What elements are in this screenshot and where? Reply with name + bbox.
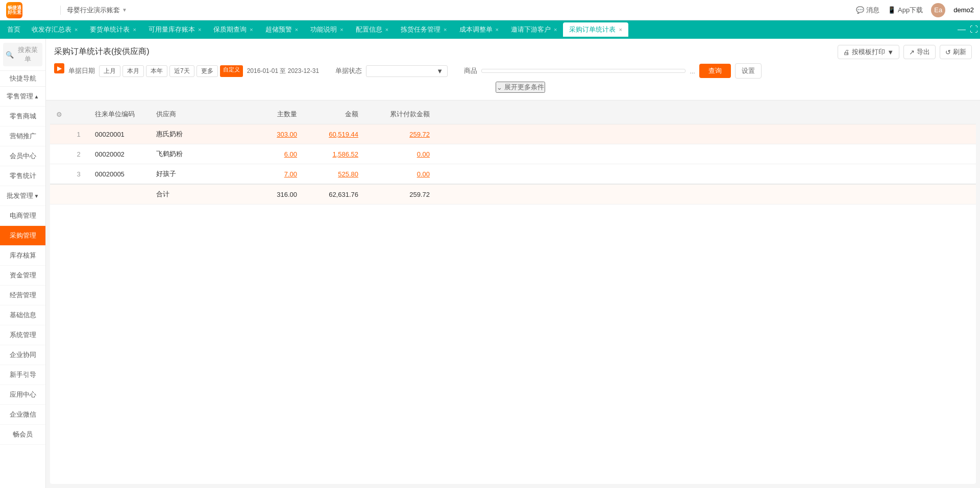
close-icon[interactable]: ×	[340, 27, 343, 33]
page-title: 采购订单统计表(按供应商)	[54, 46, 150, 57]
tab-gongneng[interactable]: 功能说明 ×	[304, 22, 349, 37]
sidebar-item-enterprise-wechat[interactable]: 企业微信	[0, 405, 45, 425]
sidebar-item-ecommerce[interactable]: 电商管理	[0, 206, 45, 226]
sidebar-item-new-guide[interactable]: 新手引导	[0, 365, 45, 385]
close-icon[interactable]: ×	[295, 27, 298, 33]
sidebar-label: 基础信息	[10, 311, 36, 320]
date-btn-this-year[interactable]: 本年	[146, 65, 167, 77]
sidebar-item-retail-mall[interactable]: 零售商城	[0, 107, 45, 126]
row-1-paid[interactable]: 259.72	[364, 124, 436, 144]
sidebar-item-inventory[interactable]: 库存核算	[0, 246, 45, 266]
expand-more-button[interactable]: ⌄ 展开更多条件	[496, 82, 545, 93]
sidebar-item-system[interactable]: 系统管理	[0, 325, 45, 345]
sidebar-item-marketing[interactable]: 营销推广	[0, 126, 45, 146]
sidebar-item-operations[interactable]: 经营管理	[0, 286, 45, 305]
date-btn-last-month[interactable]: 上月	[99, 65, 120, 77]
close-icon[interactable]: ×	[496, 27, 499, 33]
close-icon[interactable]: ×	[133, 27, 136, 33]
sidebar-item-app-center[interactable]: 应用中心	[0, 385, 45, 405]
query-button[interactable]: 查询	[699, 64, 731, 78]
app-download-button[interactable]: 📱 App下载	[888, 6, 923, 15]
tab-yaohuo[interactable]: 要货单统计表 ×	[84, 22, 142, 37]
tab-jianhuo[interactable]: 拣货任务管理 ×	[395, 22, 453, 37]
sidebar-label: 零售统计	[10, 171, 36, 181]
minimize-icon[interactable]: —	[958, 25, 966, 34]
tab-home[interactable]: 首页	[2, 22, 26, 37]
row-2-amount[interactable]: 1,586.52	[303, 144, 364, 164]
print-button[interactable]: 🖨 按模板打印 ▼	[838, 45, 899, 59]
sidebar-label: 畅会员	[13, 430, 33, 439]
tab-yaoqing[interactable]: 邀请下游客户 ×	[505, 22, 563, 37]
sidebar-item-retail-stats[interactable]: 零售统计	[0, 166, 45, 186]
close-icon[interactable]: ×	[554, 27, 557, 33]
tab-keyongliang[interactable]: 可用量库存账本 ×	[142, 22, 207, 37]
export-button[interactable]: ↗ 导出	[903, 45, 936, 59]
page-header-top: 采购订单统计表(按供应商) 🖨 按模板打印 ▼ ↗ 导出 ↺ 刷新	[54, 45, 972, 63]
row-3-amount[interactable]: 525.80	[303, 164, 364, 185]
sidebar-label: 会员中心	[10, 151, 36, 161]
sidebar-item-enterprise-collab[interactable]: 企业协同	[0, 345, 45, 365]
row-3-code: 00020005	[89, 164, 150, 185]
column-qty-header: 主数量	[252, 105, 303, 124]
avatar[interactable]: Ea	[931, 3, 945, 17]
close-icon[interactable]: ×	[385, 27, 388, 33]
settings-button[interactable]: 设置	[735, 63, 762, 79]
date-btn-this-month[interactable]: 本月	[122, 65, 144, 77]
close-icon[interactable]: ×	[444, 27, 447, 33]
sidebar-item-wholesale[interactable]: 批发管理 ▼	[0, 186, 45, 206]
search-menu-button[interactable]: 🔍 搜索菜单	[3, 43, 42, 66]
sidebar-label: 批发管理	[7, 191, 33, 200]
status-select[interactable]: ▼	[366, 65, 448, 77]
close-icon[interactable]: ×	[250, 27, 253, 33]
row-2-paid[interactable]: 0.00	[364, 144, 436, 164]
column-code-header: 往来单位编码	[89, 105, 150, 124]
row-3-qty[interactable]: 7.00	[252, 164, 303, 185]
refresh-label: 刷新	[953, 47, 966, 57]
row-1-num: 1	[68, 124, 89, 144]
sidebar-item-finance[interactable]: 资金管理	[0, 266, 45, 286]
goods-input[interactable]	[481, 69, 685, 73]
tab-shoufasun[interactable]: 收发存汇总表 ×	[26, 22, 84, 37]
column-amount-header: 金额	[303, 105, 364, 124]
sidebar-item-member[interactable]: 畅会员	[0, 425, 45, 445]
more-options-icon[interactable]: ...	[690, 67, 695, 75]
row-1-amount[interactable]: 60,519.44	[303, 124, 364, 144]
row-1-supplier: 惠氏奶粉	[150, 124, 252, 144]
tab-chengben[interactable]: 成本调整单 ×	[453, 22, 505, 37]
sidebar-item-purchase[interactable]: 采购管理	[0, 226, 45, 246]
sidebar-label: 企业协同	[10, 350, 36, 359]
row-2-qty[interactable]: 6.00	[252, 144, 303, 164]
sidebar-label: 库存核算	[10, 251, 36, 260]
sidebar-label: 电商管理	[10, 211, 36, 220]
sidebar-item-retail-mgmt[interactable]: 零售管理 ▲	[0, 87, 45, 107]
maximize-icon[interactable]: ⛶	[970, 25, 978, 34]
expand-toggle-button[interactable]: ▶	[54, 63, 64, 73]
close-icon[interactable]: ×	[75, 27, 78, 33]
sidebar-item-basic-info[interactable]: 基础信息	[0, 305, 45, 325]
row-3-paid[interactable]: 0.00	[364, 164, 436, 185]
tab-chachu[interactable]: 超储预警 ×	[259, 22, 304, 37]
table-footer-row: 合计 316.00 62,631.76 259.72	[50, 184, 976, 204]
tab-peizhi[interactable]: 配置信息 ×	[350, 22, 395, 37]
date-btn-last7days[interactable]: 近7天	[169, 65, 194, 77]
close-icon[interactable]: ×	[198, 27, 201, 33]
sidebar-label: 采购管理	[10, 231, 36, 240]
sidebar-label: 经营管理	[10, 291, 36, 300]
tab-caigou-active[interactable]: 采购订单统计表 ×	[563, 22, 628, 37]
close-icon[interactable]: ×	[619, 27, 622, 33]
logo-area: 畅捷通好生意	[6, 2, 52, 18]
date-range: 2016-01-01 至 2023-12-31	[247, 67, 319, 75]
page-header: 采购订单统计表(按供应商) 🖨 按模板打印 ▼ ↗ 导出 ↺ 刷新	[46, 39, 980, 100]
tab-baozhi[interactable]: 保质期查询 ×	[207, 22, 259, 37]
sidebar-item-quick-nav[interactable]: 快捷导航	[0, 71, 45, 87]
date-btn-more[interactable]: 更多	[197, 65, 218, 77]
logo-icon: 畅捷通好生意	[6, 2, 22, 18]
content-area: 采购订单统计表(按供应商) 🖨 按模板打印 ▼ ↗ 导出 ↺ 刷新	[46, 39, 980, 488]
sidebar-item-member-center[interactable]: 会员中心	[0, 146, 45, 166]
column-settings-header[interactable]: ⚙	[50, 105, 68, 124]
row-1-qty[interactable]: 303.00	[252, 124, 303, 144]
top-bar-right: 💬 消息 📱 App下载 Ea demo2	[856, 3, 974, 17]
refresh-button[interactable]: ↺ 刷新	[940, 45, 972, 59]
workspace-selector[interactable]: 母婴行业演示账套 ▼	[60, 6, 127, 15]
message-button[interactable]: 💬 消息	[856, 6, 879, 15]
